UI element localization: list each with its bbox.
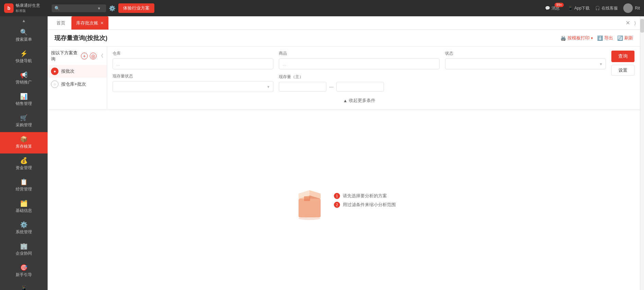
online-support-item[interactable]: 🎧 在线客服 — [595, 5, 618, 11]
sidebar-label-newbie: 新手引导 — [16, 272, 32, 278]
collapse-icon: ▲ — [343, 98, 348, 103]
svg-rect-5 — [304, 196, 310, 201]
tab-inventory-batch[interactable]: 库存批次账 ✕ — [71, 16, 108, 30]
sidebar-icon-system: ⚙️ — [20, 222, 28, 228]
print-btn[interactable]: 🖨️ 按模板打印 ▾ — [560, 35, 593, 41]
filter-inv-status-field: 现存量状态 ▾ — [113, 73, 273, 92]
settings-btn[interactable]: 设置 — [611, 65, 634, 76]
search-icon: 🔍 — [54, 6, 60, 11]
sidebar-item-inventory[interactable]: 📦 库存核算 — [0, 132, 48, 153]
user-avatar-item[interactable]: Rit — [623, 3, 640, 13]
product-label: 商品 — [279, 51, 440, 56]
filter-row-2: 现存量状态 ▾ 现存量（主） — [113, 73, 606, 92]
inv-qty-from-input[interactable] — [279, 82, 326, 92]
status-input[interactable]: ▾ — [445, 58, 606, 69]
filter-area: 按以下方案查询 + ◎ 《 ● 按批次 ○ 按仓库+批次 — [48, 47, 640, 109]
sidebar-item-app-center[interactable]: 📱 应用中心 — [0, 282, 48, 290]
warehouse-value: ... — [116, 61, 120, 67]
sidebar-item-finance[interactable]: 💰 资金管理 — [0, 153, 48, 175]
app-download-item[interactable]: 📱 App下载 — [568, 5, 590, 11]
empty-step-1: 1 请先选择要分析的方案 — [334, 193, 396, 199]
scrollbar-thumb — [640, 19, 644, 33]
step-1-num: 1 — [334, 193, 340, 199]
filter-status-field: 状态 ▾ — [445, 51, 606, 69]
scheme-header: 按以下方案查询 + ◎ 《 — [48, 50, 107, 65]
sidebar-item-quick-nav[interactable]: ⚡ 快捷导航 — [0, 47, 48, 68]
right-panel-close[interactable]: ✕ — [626, 20, 630, 26]
scheme-item-icon-active: ● — [51, 68, 58, 75]
online-support-label: 在线客服 — [601, 5, 618, 11]
export-btn[interactable]: ⬇️ 导出 — [597, 35, 613, 41]
scheme-settings-btn[interactable]: ◎ — [90, 53, 97, 59]
avatar — [623, 3, 633, 13]
sidebar-scroll-up[interactable]: ▲ — [0, 16, 48, 25]
scheme-item-by-batch[interactable]: ● 按批次 — [48, 65, 107, 78]
sidebar-item-purchase[interactable]: 🛒 采购管理 — [0, 111, 48, 132]
right-scrollbar[interactable] — [640, 16, 644, 290]
page-header: 现存量查询(按批次) 🖨️ 按模板打印 ▾ ⬇️ 导出 🔄 刷新 — [48, 30, 640, 47]
filter-row-1: 仓库 ... 商品 ... — [113, 51, 606, 69]
sidebar-icon-marketing: 📢 — [20, 72, 28, 78]
sidebar-item-operation[interactable]: 📋 经营管理 — [0, 175, 48, 196]
sidebar-icon-newbie: 🎯 — [20, 265, 28, 271]
right-panel-expand[interactable]: ⟩ — [634, 20, 636, 26]
sidebar-item-enterprise[interactable]: 🏢 企业协同 — [0, 239, 48, 260]
sidebar-label-enterprise: 企业协同 — [16, 251, 32, 256]
scheme-header-actions: + ◎ 《 — [81, 53, 103, 59]
sidebar-item-newbie[interactable]: 🎯 新手引导 — [0, 260, 48, 282]
print-icon: 🖨️ — [560, 35, 566, 41]
sidebar-icon-enterprise: 🏢 — [20, 243, 28, 249]
refresh-icon: 🔄 — [617, 35, 623, 41]
dropdown-icon[interactable]: ▾ — [98, 6, 100, 11]
filter-product-field: 商品 ... — [279, 51, 440, 69]
tab-close-icon[interactable]: ✕ — [100, 21, 104, 25]
settings-icon[interactable]: ⚙️ — [109, 5, 116, 12]
inv-qty-label: 现存量（主） — [279, 74, 440, 80]
topbar-search-input[interactable] — [62, 6, 96, 11]
status-label: 状态 — [445, 51, 606, 56]
industry-btn[interactable]: 体验行业方案 — [118, 3, 154, 13]
sidebar-label-system: 系统管理 — [16, 229, 32, 235]
tab-home[interactable]: 首页 — [52, 16, 70, 30]
inv-status-input[interactable]: ▾ — [113, 81, 273, 92]
sidebar-item-basic[interactable]: 🗂️ 基础信息 — [0, 196, 48, 218]
sidebar-icon-search-menu: 🔍 — [20, 29, 28, 35]
messages-badge: 99+ — [555, 3, 564, 7]
print-dropdown-icon[interactable]: ▾ — [591, 36, 593, 40]
filter-inv-qty-field: 现存量（主） — — [279, 74, 440, 92]
filter-fields: 仓库 ... 商品 ... — [107, 47, 611, 109]
step-2-text: 用过滤条件来缩小分析范围 — [343, 202, 396, 208]
sidebar-item-marketing[interactable]: 📢 营销推广 — [0, 68, 48, 89]
filter-warehouse-field: 仓库 ... — [113, 51, 273, 69]
collapse-label: 收起更多条件 — [349, 97, 375, 104]
scheme-item-icon-outline: ○ — [51, 80, 58, 88]
main-content: 首页 库存批次账 ✕ ✕ ⟩ 现存量查询(按批次) 🖨️ 按模板打印 ▾ — [48, 16, 640, 290]
refresh-btn[interactable]: 🔄 刷新 — [617, 35, 633, 41]
empty-svg — [292, 183, 329, 221]
sidebar-label-search-menu: 搜索菜单 — [16, 37, 32, 42]
refresh-label: 刷新 — [624, 35, 633, 41]
sidebar-item-system[interactable]: ⚙️ 系统管理 — [0, 218, 48, 239]
topbar-search-wrap[interactable]: 🔍 ▾ — [52, 4, 106, 12]
warehouse-input[interactable]: ... — [113, 58, 273, 69]
main-layout: ▲ 🔍 搜索菜单 ⚡ 快捷导航 📢 营销推广 📊 销售管理 🛒 采购管理 📦 库… — [0, 16, 644, 290]
sidebar-label-inventory: 库存核算 — [16, 144, 32, 149]
logo-icon: b — [4, 3, 14, 13]
scheme-add-btn[interactable]: + — [81, 53, 88, 59]
sidebar-item-sales[interactable]: 📊 销售管理 — [0, 89, 48, 111]
scheme-item-by-warehouse-batch[interactable]: ○ 按仓库+批次 — [48, 78, 107, 91]
svg-point-6 — [299, 217, 320, 220]
tab-home-label: 首页 — [56, 20, 65, 26]
scheme-collapse-btn[interactable]: 《 — [99, 53, 103, 59]
product-input[interactable]: ... — [279, 58, 440, 69]
product-value: ... — [283, 61, 286, 67]
headset-icon: 🎧 — [595, 6, 600, 11]
sidebar-icon-basic: 🗂️ — [20, 200, 28, 206]
messages-item[interactable]: 💬 消息 99+ — [545, 5, 560, 11]
query-btn[interactable]: 查询 — [611, 51, 634, 62]
sidebar-label-marketing: 营销推广 — [16, 79, 32, 85]
username-label: Rit — [635, 6, 640, 11]
collapse-more-btn[interactable]: ▲ 收起更多条件 — [113, 96, 606, 105]
inv-qty-to-input[interactable] — [336, 82, 384, 92]
sidebar-item-search-menu[interactable]: 🔍 搜索菜单 — [0, 25, 48, 47]
